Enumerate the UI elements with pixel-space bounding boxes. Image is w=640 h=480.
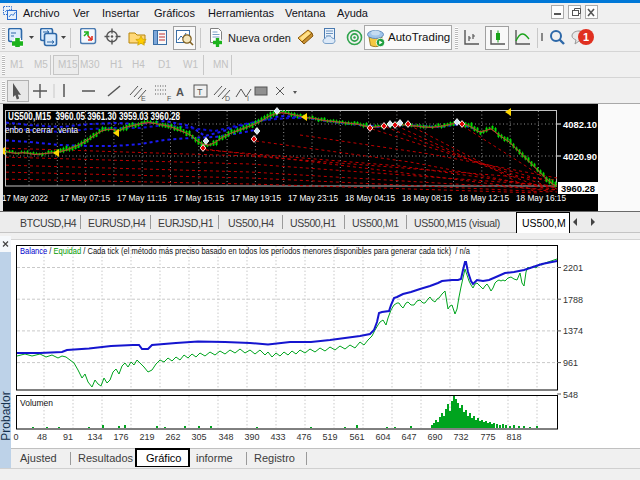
svg-text:E: E: [141, 95, 146, 102]
svg-text:690: 690: [427, 432, 442, 442]
svg-text:Balance / Equidad / Cada tick: Balance / Equidad / Cada tick (el método…: [20, 246, 470, 256]
svg-text:548: 548: [563, 390, 578, 400]
svg-text:D: D: [225, 95, 230, 102]
svg-text:17 May 19:15: 17 May 19:15: [231, 193, 281, 203]
svg-text:A: A: [176, 86, 184, 98]
svg-text:647: 647: [401, 432, 416, 442]
svg-text:0: 0: [13, 432, 18, 442]
svg-text:1: 1: [583, 31, 589, 43]
svg-text:390: 390: [244, 432, 259, 442]
svg-text:48: 48: [37, 432, 47, 442]
svg-text:91: 91: [63, 432, 73, 442]
svg-text:17 May 23:15: 17 May 23:15: [288, 193, 338, 203]
svg-text:17 May 15:15: 17 May 15:15: [174, 193, 224, 203]
svg-text:219: 219: [139, 432, 154, 442]
svg-text:3960.28: 3960.28: [561, 183, 595, 194]
svg-text:519: 519: [322, 432, 337, 442]
svg-text:18 May 04:15: 18 May 04:15: [345, 193, 395, 203]
svg-text:476: 476: [296, 432, 311, 442]
svg-text:262: 262: [165, 432, 180, 442]
svg-text:1374: 1374: [563, 326, 583, 336]
svg-text:I: I: [247, 95, 249, 102]
svg-text:2201: 2201: [563, 263, 583, 273]
svg-text:enbo a cerrar venta: enbo a cerrar venta: [5, 125, 78, 135]
svg-text:17 May 07:15: 17 May 07:15: [60, 193, 110, 203]
svg-text:17 May 2022: 17 May 2022: [2, 193, 48, 203]
svg-text:561: 561: [349, 432, 364, 442]
svg-text:US500,M15 3960.05 3961.30 395: US500,M15 3960.05 3961.30 3959.03 3960.2…: [8, 111, 180, 122]
svg-text:F: F: [167, 95, 171, 102]
svg-text:Volumen: Volumen: [20, 398, 53, 408]
svg-text:348: 348: [218, 432, 233, 442]
svg-text:4020.90: 4020.90: [563, 151, 597, 162]
svg-text:775: 775: [480, 432, 495, 442]
svg-text:T: T: [197, 87, 203, 97]
svg-text:176: 176: [113, 432, 128, 442]
svg-text:818: 818: [506, 432, 521, 442]
svg-text:961: 961: [563, 358, 578, 368]
svg-text:305: 305: [191, 432, 206, 442]
svg-text:18 May 12:15: 18 May 12:15: [459, 193, 509, 203]
svg-text:134: 134: [87, 432, 102, 442]
svg-text:732: 732: [453, 432, 468, 442]
svg-text:18 May 16:15: 18 May 16:15: [516, 193, 566, 203]
svg-text:17 May 11:15: 17 May 11:15: [117, 193, 167, 203]
svg-text:4082.10: 4082.10: [563, 119, 597, 130]
svg-text:1788: 1788: [563, 295, 583, 305]
svg-text:604: 604: [375, 432, 390, 442]
svg-text:18 May 08:15: 18 May 08:15: [402, 193, 452, 203]
svg-text:433: 433: [270, 432, 285, 442]
